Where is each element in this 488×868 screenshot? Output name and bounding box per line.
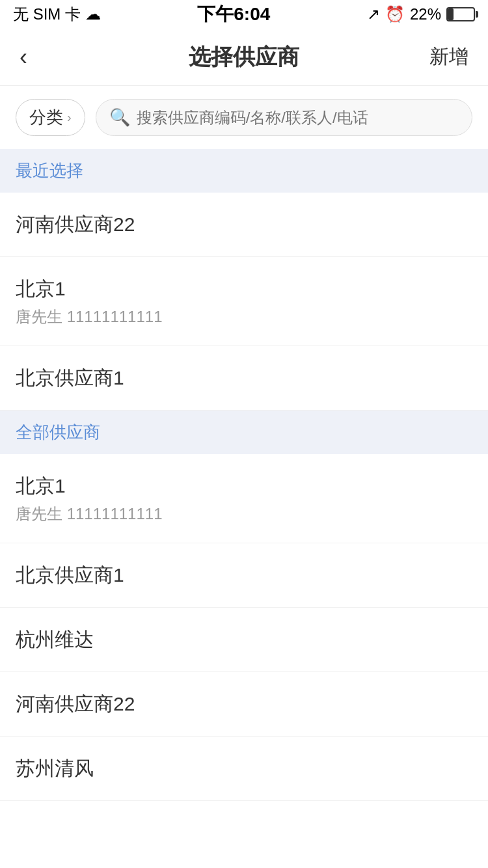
- list-item[interactable]: 杭州维达: [0, 608, 488, 672]
- item-name: 苏州清风: [16, 755, 472, 782]
- list-item[interactable]: 北京1唐先生 11111111111: [0, 454, 488, 543]
- search-icon: 🔍: [109, 107, 130, 128]
- all-list: 北京1唐先生 11111111111北京供应商1杭州维达河南供应商22苏州清风: [0, 454, 488, 801]
- back-button[interactable]: ‹: [20, 44, 59, 71]
- recent-section-header: 最近选择: [0, 149, 488, 193]
- status-bar: 无 SIM 卡 ☁ 下午6:04 ↗ ⏰ 22%: [0, 0, 488, 29]
- recent-list: 河南供应商22北京1唐先生 11111111111北京供应商1: [0, 193, 488, 411]
- status-left: 无 SIM 卡 ☁: [13, 4, 101, 25]
- filter-bar: 分类 › 🔍: [0, 86, 488, 149]
- recent-section-label: 最近选择: [16, 161, 83, 180]
- status-time: 下午6:04: [197, 2, 270, 27]
- category-label: 分类: [29, 106, 63, 129]
- item-name: 河南供应商22: [16, 211, 472, 238]
- all-section-label: 全部供应商: [16, 422, 100, 442]
- page-title: 选择供应商: [189, 42, 299, 72]
- alarm-icon: ⏰: [385, 5, 405, 23]
- all-section-header: 全部供应商: [0, 411, 488, 454]
- item-name: 北京1: [16, 275, 472, 303]
- list-item[interactable]: 苏州清风: [0, 737, 488, 801]
- nav-bar: ‹ 选择供应商 新增: [0, 29, 488, 86]
- sim-label: 无 SIM 卡 ☁: [13, 4, 101, 25]
- item-name: 河南供应商22: [16, 690, 472, 718]
- item-sub: 唐先生 11111111111: [16, 504, 472, 524]
- status-right: ↗ ⏰ 22%: [367, 5, 475, 23]
- item-name: 北京供应商1: [16, 364, 472, 392]
- list-item[interactable]: 河南供应商22: [0, 672, 488, 737]
- category-button[interactable]: 分类 ›: [16, 99, 85, 136]
- search-input[interactable]: [137, 109, 459, 127]
- list-item[interactable]: 北京供应商1: [0, 543, 488, 608]
- search-box[interactable]: 🔍: [96, 99, 472, 136]
- item-name: 杭州维达: [16, 626, 472, 653]
- item-sub: 唐先生 11111111111: [16, 306, 472, 327]
- list-item[interactable]: 北京供应商1: [0, 346, 488, 411]
- list-item[interactable]: 北京1唐先生 11111111111: [0, 257, 488, 346]
- chevron-right-icon: ›: [67, 110, 72, 125]
- add-button[interactable]: 新增: [429, 44, 468, 70]
- item-name: 北京供应商1: [16, 562, 472, 589]
- battery-icon: [446, 7, 475, 21]
- battery-label: 22%: [410, 5, 441, 23]
- item-name: 北京1: [16, 472, 472, 500]
- list-item[interactable]: 河南供应商22: [0, 193, 488, 257]
- location-icon: ↗: [367, 5, 380, 23]
